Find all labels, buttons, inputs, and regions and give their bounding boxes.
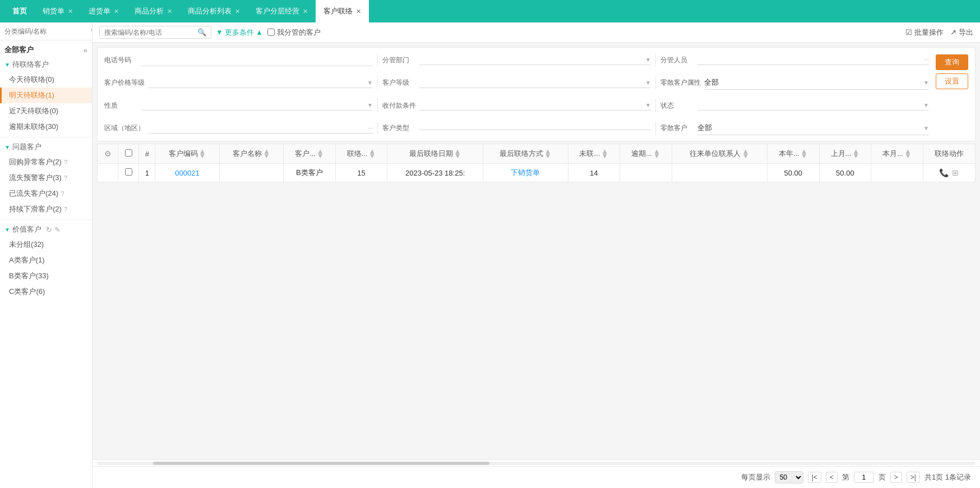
status-label: 状态	[660, 101, 694, 111]
retail-customer-label: 零散客户	[660, 123, 694, 133]
problem-customers-label: 问题客户	[12, 142, 41, 152]
filter-divider-r1b	[655, 53, 656, 67]
status-select[interactable]: ▼	[697, 100, 929, 111]
phone-action-icon[interactable]: 📞	[939, 168, 949, 177]
sidebar-item-today-contact[interactable]: 今天待联络(0)	[0, 72, 92, 88]
area-select[interactable]: ···	[148, 123, 373, 133]
batch-ops-btn[interactable]: ☑ 批量操作	[905, 27, 944, 38]
filter-customer-type: 客户类型	[382, 123, 651, 133]
main-layout: 🔍 全部客户 « ▼ 待联络客户 今天待联络(0) 明天待联络(1) 近7天待联…	[0, 22, 980, 488]
sidebar-item-continuing-down[interactable]: 持续下滑客户(2) ?	[0, 201, 92, 217]
person-select[interactable]: ···	[697, 55, 929, 65]
phone-input[interactable]	[141, 54, 373, 66]
export-btn[interactable]: ↗ 导出	[950, 27, 973, 38]
payment-select[interactable]: ▼	[419, 100, 651, 111]
dept-select[interactable]: ▼	[419, 55, 651, 65]
sidebar-item-class-b[interactable]: B类客户(33)	[0, 268, 92, 284]
last-page-btn[interactable]: >|	[907, 472, 920, 483]
toolbar-search-icon[interactable]: 🔍	[197, 28, 206, 36]
nav-sales-order[interactable]: 销货单 ✕	[35, 0, 81, 22]
dept-chevron-icon: ▼	[645, 57, 651, 63]
sidebar-item-repurchase-abnormal[interactable]: 回购异常客户(2) ?	[0, 154, 92, 170]
more-conditions-btn[interactable]: ▼ 更多条件 ▲	[216, 27, 263, 38]
nav-product-analysis-list[interactable]: 商品分析列表 ✕	[180, 0, 248, 22]
customer-code-link[interactable]: 000021	[175, 169, 199, 177]
area-label: 区域（地区）	[104, 123, 145, 133]
phone-label: 电话号码	[104, 56, 138, 65]
gender-select[interactable]: ▼	[141, 100, 373, 111]
table-area: ⚙ # 客户编码 ▲▼	[93, 144, 980, 459]
close-sales-order-icon[interactable]: ✕	[68, 8, 73, 15]
sidebar-item-class-c[interactable]: C类客户(6)	[0, 284, 92, 300]
filter-payment: 收付款条件 ▼	[382, 100, 651, 111]
filter-row-4: 区域（地区） ··· 客户类型	[104, 121, 929, 135]
customer-name-value: Ea	[247, 169, 256, 177]
page-number-input[interactable]	[854, 472, 874, 483]
toolbar-right: ☑ 批量操作 ↗ 导出	[905, 27, 973, 38]
my-customers-checkbox-label[interactable]: 我分管的客户	[267, 27, 321, 38]
row-this-month-cell	[871, 164, 923, 182]
retail-customer-select[interactable]: 全部 ▼	[697, 121, 929, 135]
col-settings-header: ⚙	[98, 144, 118, 164]
table-header-row: ⚙ # 客户编码 ▲▼	[98, 144, 976, 164]
nav-purchase-order[interactable]: 进货单 ✕	[81, 0, 127, 22]
toolbar-search-input[interactable]	[104, 29, 195, 36]
sort-icon-method: ▲▼	[544, 149, 552, 158]
nav-customer-contact[interactable]: 客户联络 ✕	[316, 0, 369, 22]
filter-divider-r2	[377, 76, 378, 90]
content-area: 🔍 ▼ 更多条件 ▲ 我分管的客户 ☑ 批量操作 ↗ 导出	[93, 22, 980, 488]
sidebar-item-class-a[interactable]: A类客户(1)	[0, 252, 92, 268]
toolbar-search-box[interactable]: 🔍	[99, 26, 211, 39]
prev-page-btn[interactable]: <	[826, 472, 838, 483]
scrollbar-track[interactable]	[97, 462, 976, 465]
problem-customers-arrow: ▼	[4, 144, 10, 150]
first-page-btn[interactable]: |<	[808, 472, 821, 483]
close-purchase-order-icon[interactable]: ✕	[114, 8, 119, 15]
retail-attr-select[interactable]: 全部 ▼	[704, 76, 929, 90]
query-button[interactable]: 查询	[936, 54, 968, 70]
grid-action-icon[interactable]: ⊞	[952, 168, 959, 177]
sort-icon-this-month: ▲▼	[904, 149, 912, 158]
pending-contact-group: ▼ 待联络客户	[0, 57, 92, 72]
sidebar-item-overdue-contact[interactable]: 逾期未联络(30)	[0, 119, 92, 135]
settings-icon[interactable]: ⚙	[104, 149, 112, 158]
close-customer-contact-icon[interactable]: ✕	[356, 8, 361, 15]
contact-method-link[interactable]: 下销货单	[511, 168, 540, 177]
retail-attr-chevron-icon: ▼	[923, 80, 929, 86]
sidebar-item-week-contact[interactable]: 近7天待联络(0)	[0, 103, 92, 119]
col-company-contact-header: 往来单位联系人 ▲▼	[672, 144, 767, 164]
sidebar-search-input[interactable]	[4, 27, 89, 35]
customer-level-select[interactable]: ▼	[419, 78, 651, 88]
close-product-analysis-icon[interactable]: ✕	[167, 8, 172, 15]
nav-product-analysis[interactable]: 商品分析 ✕	[127, 0, 180, 22]
setting-button[interactable]: 设置	[936, 73, 968, 89]
page-size-select[interactable]: 50 100 200	[775, 471, 803, 484]
scrollbar-thumb[interactable]	[153, 462, 489, 465]
nav-home[interactable]: 首页	[4, 0, 35, 22]
sidebar-item-tomorrow-contact[interactable]: 明天待联络(1)	[0, 88, 92, 103]
nav-customer-tiering[interactable]: 客户分层经营 ✕	[248, 0, 316, 22]
row-settings-cell	[98, 164, 118, 182]
page-suffix: 页	[879, 472, 886, 482]
customer-level-label: 客户等级	[382, 78, 416, 88]
collapse-icon[interactable]: «	[84, 46, 87, 54]
payment-chevron-icon: ▼	[645, 102, 651, 108]
horizontal-scrollbar[interactable]	[93, 459, 980, 466]
filter-phone: 电话号码	[104, 54, 373, 66]
sidebar-item-ungrouped[interactable]: 未分组(32)	[0, 237, 92, 252]
close-product-analysis-list-icon[interactable]: ✕	[235, 8, 240, 15]
customer-type-select[interactable]	[419, 126, 651, 130]
row-last-month-cell: 50.00	[819, 164, 871, 182]
price-level-select[interactable]: ▼	[148, 78, 373, 88]
close-customer-tiering-icon[interactable]: ✕	[303, 8, 308, 15]
filter-row-1: 电话号码 分管部门 ▼ 分管人员	[104, 53, 929, 67]
refresh-icon[interactable]: ↻	[46, 225, 52, 234]
edit-icon[interactable]: ✎	[54, 225, 61, 234]
my-customers-checkbox[interactable]	[267, 29, 275, 36]
sidebar-item-lost-risk[interactable]: 流失预警客户(3) ?	[0, 170, 92, 186]
select-all-checkbox[interactable]	[125, 149, 132, 156]
row-checkbox[interactable]	[125, 168, 132, 176]
sidebar-item-already-lost[interactable]: 已流失客户(24) ?	[0, 186, 92, 201]
next-page-btn[interactable]: >	[890, 472, 902, 483]
customer-level-chevron-icon: ▼	[645, 80, 651, 86]
